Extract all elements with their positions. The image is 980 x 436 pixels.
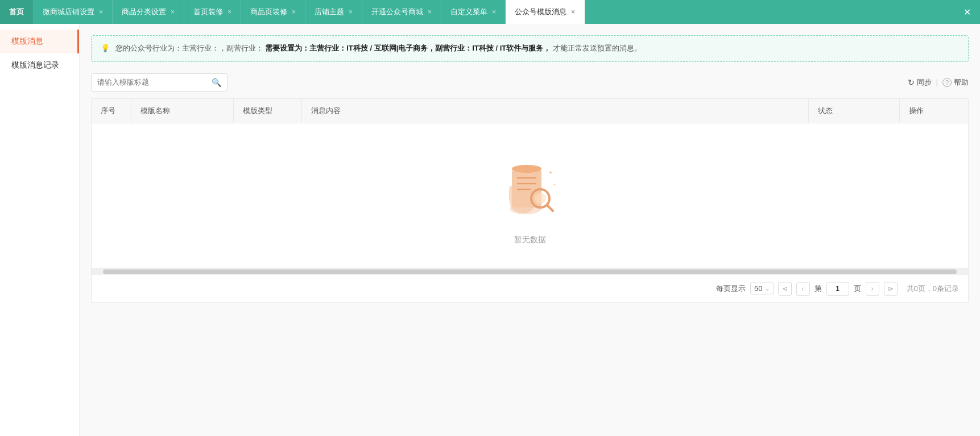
col-type: 模版类型 [234, 99, 302, 123]
tab-home-decor-label: 首页装修 [193, 7, 223, 17]
help-button[interactable]: ? 帮助 [942, 77, 969, 88]
tab-open-shop-close[interactable]: × [428, 8, 432, 16]
info-banner: 💡 您的公众号行业为：主营行业：，副营行业： 需要设置为：主营行业：IT科技 /… [91, 35, 969, 62]
help-icon: ? [942, 78, 952, 87]
tab-home-label: 首页 [9, 7, 24, 17]
svg-point-7 [535, 193, 546, 204]
tab-wechat-shop[interactable]: 微商城店铺设置 × [34, 0, 113, 24]
sidebar-item-template-msg[interactable]: 模版消息 [0, 30, 79, 53]
page-next-button[interactable]: › [866, 282, 879, 296]
page-label-pre: 第 [814, 284, 822, 294]
tab-wechat-shop-close[interactable]: × [99, 8, 103, 16]
page-label-post: 页 [854, 284, 861, 294]
page-first-button[interactable]: ⊲ [778, 282, 792, 296]
tab-home[interactable]: 首页 [0, 0, 34, 24]
tab-template-msg-label: 公众号模版消息 [515, 7, 567, 17]
horizontal-scrollbar[interactable] [92, 268, 968, 275]
empty-illustration: ✦ ✦ [496, 157, 564, 226]
tab-open-shop[interactable]: 开通公众号商城 × [362, 0, 441, 24]
tab-template-msg[interactable]: 公众号模版消息 × [506, 0, 585, 24]
tab-shop-theme[interactable]: 店铺主题 × [305, 0, 362, 24]
help-label: 帮助 [954, 77, 969, 88]
sync-icon: ↻ [908, 78, 915, 87]
svg-text:✦: ✦ [553, 182, 556, 186]
sidebar-item-template-log[interactable]: 模版消息记录 [0, 53, 79, 77]
page-total: 共0页，0条记录 [907, 284, 959, 294]
search-bar: 🔍 ↻ 同步 | ? 帮助 [91, 73, 969, 92]
tab-home-decor[interactable]: 首页装修 × [184, 0, 241, 24]
content-area: 💡 您的公众号行业为：主营行业：，副营行业： 需要设置为：主营行业：IT科技 /… [80, 24, 980, 436]
tab-home-decor-close[interactable]: × [228, 8, 231, 16]
tab-template-msg-close[interactable]: × [571, 8, 575, 16]
col-action: 操作 [900, 99, 968, 123]
data-table: 序号 模版名称 模版类型 消息内容 状态 操作 [91, 98, 969, 303]
sidebar-item-template-msg-label: 模版消息 [11, 36, 43, 45]
empty-text: 暂无数据 [514, 235, 546, 245]
tab-product-decor-close[interactable]: × [292, 8, 296, 16]
toolbar-divider: | [936, 78, 938, 86]
search-input-wrap[interactable]: 🔍 [91, 73, 228, 92]
svg-line-8 [547, 205, 553, 211]
tab-product-category-label: 商品分类设置 [122, 7, 166, 17]
svg-text:✦: ✦ [548, 169, 553, 176]
tab-product-decor[interactable]: 商品页装修 × [241, 0, 305, 24]
info-highlight: 需要设置为：主营行业：IT科技 / 互联网|电子商务，副营行业：IT科技 / I… [265, 44, 551, 52]
per-page-value: 50 [754, 284, 762, 293]
search-input[interactable] [97, 78, 209, 86]
empty-state: ✦ ✦ 暂无数据 [92, 123, 968, 268]
table-header: 序号 模版名称 模版类型 消息内容 状态 操作 [92, 99, 968, 123]
col-name: 模版名称 [131, 99, 234, 123]
tab-shop-theme-label: 店铺主题 [315, 7, 344, 17]
svg-point-5 [512, 165, 541, 173]
tab-bar: 首页 微商城店铺设置 × 商品分类设置 × 首页装修 × 商品页装修 × 店铺主… [0, 0, 980, 24]
info-prefix: 您的公众号行业为：主营行业：，副营行业： [115, 44, 263, 52]
tab-shop-theme-close[interactable]: × [349, 8, 353, 16]
page-last-button[interactable]: ⊳ [884, 282, 898, 296]
main-layout: 模版消息 模版消息记录 💡 您的公众号行业为：主营行业：，副营行业： 需要设置为… [0, 24, 980, 436]
sidebar: 模版消息 模版消息记录 [0, 24, 80, 436]
pagination: 每页显示 50 ⌄ ⊲ ‹ 第 页 › ⊳ 共0页，0条记录 [92, 275, 968, 302]
col-index: 序号 [92, 99, 131, 123]
tab-wechat-shop-label: 微商城店铺设置 [43, 7, 94, 17]
per-page-select[interactable]: 50 ⌄ [750, 283, 773, 294]
scrollbar-thumb[interactable] [103, 269, 957, 274]
tab-custom-menu-label: 自定义菜单 [450, 7, 487, 17]
sidebar-item-template-log-label: 模版消息记录 [11, 60, 59, 69]
sync-button[interactable]: ↻ 同步 [908, 77, 932, 88]
tab-bar-close-all[interactable]: ✕ [954, 0, 980, 24]
search-icon[interactable]: 🔍 [212, 78, 221, 87]
col-status: 状态 [809, 99, 900, 123]
tab-product-category[interactable]: 商品分类设置 × [113, 0, 184, 24]
tab-custom-menu[interactable]: 自定义菜单 × [441, 0, 506, 24]
tab-product-decor-label: 商品页装修 [250, 7, 287, 17]
page-prev-button[interactable]: ‹ [796, 282, 810, 296]
per-page-label: 每页显示 [716, 284, 746, 294]
toolbar-right: ↻ 同步 | ? 帮助 [908, 77, 969, 88]
tab-custom-menu-close[interactable]: × [492, 8, 496, 16]
tab-open-shop-label: 开通公众号商城 [371, 7, 423, 17]
info-suffix: 才能正常发送预置的消息。 [553, 44, 642, 52]
tab-product-category-close[interactable]: × [171, 8, 175, 16]
bulb-icon: 💡 [101, 44, 110, 52]
page-input[interactable] [826, 282, 849, 296]
sync-label: 同步 [917, 77, 932, 88]
col-content: 消息内容 [302, 99, 809, 123]
per-page-chevron: ⌄ [765, 285, 770, 292]
